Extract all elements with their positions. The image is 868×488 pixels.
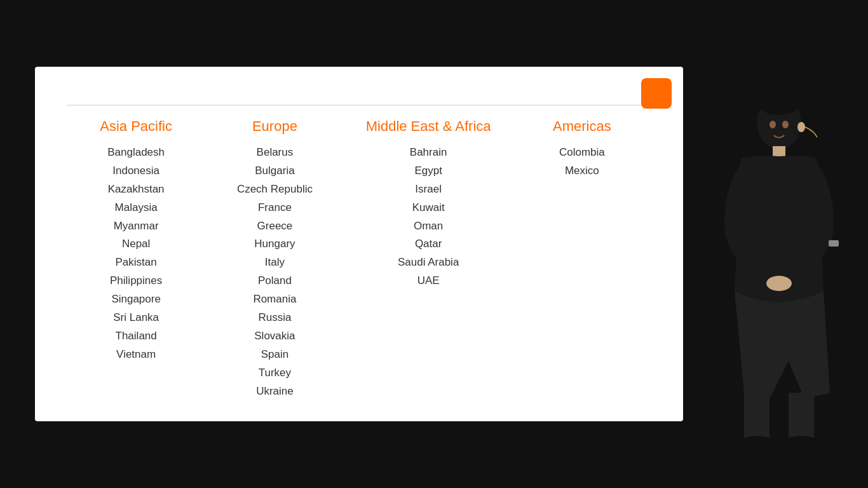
list-item: Saudi Arabia (398, 254, 459, 272)
list-item: Belarus (237, 144, 313, 162)
svg-point-10 (797, 122, 805, 132)
list-item: Bangladesh (107, 144, 165, 162)
list-item: Turkey (237, 364, 313, 383)
list-item: Russia (237, 309, 313, 327)
column-header-middle-east-africa: Middle East & Africa (366, 118, 491, 135)
country-list-americas: ColombiaMexico (559, 144, 605, 180)
list-item: Romania (237, 290, 313, 309)
column-europe: EuropeBelarusBulgariaCzech RepublicFranc… (227, 118, 322, 402)
list-item: Bahrain (398, 144, 459, 162)
list-item: Thailand (107, 327, 165, 346)
list-item: Ukraine (237, 383, 313, 401)
svg-point-8 (770, 121, 776, 128)
list-item: Italy (237, 254, 313, 272)
list-item: Hungary (237, 235, 313, 254)
list-item: Nepal (107, 235, 165, 254)
list-item: Poland (237, 272, 313, 290)
column-middle-east-africa: Middle East & AfricaBahrainEgyptIsraelKu… (366, 118, 491, 402)
list-item: Bulgaria (237, 162, 313, 180)
list-item: Slovakia (237, 327, 313, 346)
list-item: Kuwait (398, 199, 459, 217)
list-item: Qatar (398, 235, 459, 254)
list-item: Kazakhstan (107, 180, 165, 199)
svg-rect-11 (829, 240, 839, 247)
list-item: Vietnam (107, 346, 165, 364)
list-item: Malaysia (107, 199, 165, 217)
slide: Asia PacificBangladeshIndonesiaKazakhsta… (35, 67, 683, 421)
list-item: Oman (398, 217, 459, 236)
divider (67, 105, 651, 105)
list-item: UAE (398, 272, 459, 290)
column-header-asia-pacific: Asia Pacific (100, 118, 172, 135)
list-item: France (237, 199, 313, 217)
list-item: Sri Lanka (107, 309, 165, 327)
list-item: Pakistan (107, 254, 165, 272)
country-list-asia-pacific: BangladeshIndonesiaKazakhstanMalaysiaMya… (107, 144, 165, 364)
column-asia-pacific: Asia PacificBangladeshIndonesiaKazakhsta… (88, 118, 184, 402)
list-item: Singapore (107, 290, 165, 309)
presenter-svg (706, 88, 852, 444)
scene: Asia PacificBangladeshIndonesiaKazakhsta… (0, 0, 868, 488)
country-list-europe: BelarusBulgariaCzech RepublicFranceGreec… (237, 144, 313, 400)
column-americas: AmericasColombiaMexico (534, 118, 630, 402)
svg-point-1 (757, 92, 801, 115)
list-item: Greece (237, 217, 313, 236)
svg-point-9 (782, 121, 789, 128)
svg-point-3 (766, 276, 792, 291)
presenter-area (683, 0, 868, 488)
list-item: Philippines (107, 272, 165, 290)
list-item: Indonesia (107, 162, 165, 180)
column-header-europe: Europe (252, 118, 297, 135)
list-item: Myanmar (107, 217, 165, 236)
columns-container: Asia PacificBangladeshIndonesiaKazakhsta… (67, 118, 651, 402)
column-header-americas: Americas (553, 118, 611, 135)
presenter-figure (706, 88, 846, 437)
list-item: Israel (398, 180, 459, 199)
list-item: Spain (237, 346, 313, 364)
list-item: Egypt (398, 162, 459, 180)
list-item: Colombia (559, 144, 605, 162)
mi-logo (641, 78, 672, 109)
list-item: Czech Republic (237, 180, 313, 199)
country-list-middle-east-africa: BahrainEgyptIsraelKuwaitOmanQatarSaudi A… (398, 144, 459, 290)
list-item: Mexico (559, 162, 605, 180)
